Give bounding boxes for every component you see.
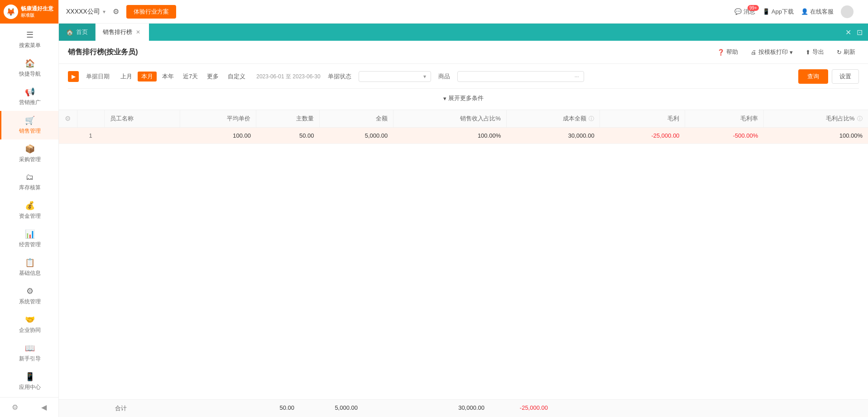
filter-toggle-icon: ▶	[72, 73, 76, 80]
status-filter-label: 单据状态	[328, 72, 351, 81]
sidebar-item-marketing[interactable]: 📢 营销推广	[0, 82, 58, 111]
goods-filter-input[interactable]: ···	[457, 71, 584, 82]
column-settings-icon[interactable]: ⚙	[65, 115, 71, 122]
online-service-icon: 👤	[801, 8, 808, 15]
print-button[interactable]: 🖨 按模板打印 ▾	[747, 46, 796, 58]
date-tab-more[interactable]: 更多	[203, 72, 222, 81]
date-tab-last-month[interactable]: 上月	[117, 72, 136, 81]
sidebar-collapse-button[interactable]: ◀	[39, 401, 48, 413]
sidebar-item-operations-label: 经营管理	[19, 241, 41, 249]
expand-conditions-button[interactable]: ▾ 展开更多条件	[436, 92, 491, 104]
date-tab-custom[interactable]: 自定义	[224, 72, 249, 81]
col-gross-rate-header: 毛利率	[685, 110, 764, 128]
home-tab-label: 首页	[76, 28, 88, 36]
message-icon: 💬	[734, 8, 742, 15]
date-tab-last-7-days[interactable]: 近7天	[179, 72, 201, 81]
tab-home[interactable]: 🏠 首页	[59, 24, 96, 41]
col-amount-header: 全额	[320, 110, 393, 128]
tabbar: 🏠 首页 销售排行榜 ✕ ✕ ⊡	[59, 24, 868, 41]
col-avg-price-header: 平均单价	[180, 110, 256, 128]
sidebar-item-purchase[interactable]: 📦 采购管理	[0, 139, 58, 168]
sidebar-item-enterprise[interactable]: 🤝 企业协同	[0, 310, 58, 339]
sidebar-item-system[interactable]: ⚙ 系统管理	[0, 282, 58, 310]
row-cost-amount: 30,000.00	[506, 128, 599, 144]
filter-row-main: ▶ 单据日期 上月 本月 本年 近7天 更多 自定义 2023-06-01 至 …	[68, 69, 859, 84]
sidebar-item-quick-nav[interactable]: 🏠 快捷导航	[0, 54, 58, 82]
message-badge: 99+	[748, 5, 759, 11]
inventory-icon: 🗂	[26, 173, 34, 182]
app-center-icon: 📱	[25, 372, 35, 382]
refresh-button[interactable]: ↻ 刷新	[833, 46, 859, 58]
sidebar-item-basic-info-label: 基础信息	[19, 269, 41, 277]
company-selector[interactable]: XXXXX公司 ▾	[66, 8, 106, 16]
sidebar-item-app-center-label: 应用中心	[19, 383, 41, 391]
message-button[interactable]: 💬 消息 99+	[734, 8, 755, 16]
app-download-label: App下载	[772, 8, 794, 16]
sidebar-item-basic-info[interactable]: 📋 基础信息	[0, 253, 58, 282]
search-menu-icon: ☰	[26, 30, 34, 40]
company-name: XXXXX公司	[66, 8, 100, 16]
online-service-button[interactable]: 👤 在线客服	[801, 8, 834, 16]
purchase-icon: 📦	[25, 144, 35, 154]
sidebar-settings-button[interactable]: ⚙	[10, 401, 20, 413]
footer-label: 合计	[110, 404, 200, 412]
row-gross-profit: -25,000.00	[600, 128, 685, 144]
footer-empty-2	[82, 404, 110, 412]
sidebar-item-operations[interactable]: 📊 经营管理	[0, 225, 58, 253]
avatar[interactable]	[841, 5, 854, 18]
row-empty-cell	[59, 128, 77, 144]
enterprise-icon: 🤝	[25, 315, 35, 325]
settings-button[interactable]: 设置	[832, 69, 859, 84]
sidebar-item-search-label: 搜索菜单	[19, 42, 41, 49]
topbar-settings-icon[interactable]: ⚙	[111, 5, 121, 18]
sidebar-item-inventory-label: 库存核算	[19, 184, 41, 192]
expand-label: 展开更多条件	[448, 94, 484, 102]
data-table: ⚙ 员工名称 平均单价 主数量 全额 销售收入占比% 成本全额 ⓘ	[59, 110, 868, 144]
table-body: 1 100.00 50.00 5,000.00 100.00% 30,000.0…	[59, 128, 868, 144]
table-footer: 合计 50.00 5,000.00 30,000.00 -25,000.00	[59, 399, 868, 417]
row-sales-pct: 100.00%	[393, 128, 506, 144]
footer-avg-price	[200, 404, 245, 412]
query-button[interactable]: 查询	[798, 69, 828, 84]
tab-maximize-button[interactable]: ⊡	[855, 26, 864, 38]
logo-icon: 🦊	[4, 5, 18, 19]
sidebar-item-inventory[interactable]: 🗂 库存核算	[0, 168, 58, 196]
export-label: 导出	[812, 48, 824, 56]
expand-icon: ▾	[443, 95, 446, 102]
sidebar-item-sales-label: 销售管理	[19, 127, 41, 135]
footer-amount: 5,000.00	[300, 404, 363, 412]
sidebar-item-system-label: 系统管理	[19, 298, 41, 306]
sidebar-item-finance[interactable]: 💰 资金管理	[0, 196, 58, 225]
tab-close-window-button[interactable]: ✕	[844, 26, 853, 38]
app-download-button[interactable]: 📱 App下载	[762, 8, 794, 16]
date-tab-this-month[interactable]: 本月	[138, 72, 157, 81]
help-label: 帮助	[726, 48, 738, 56]
cost-amount-info-icon[interactable]: ⓘ	[589, 115, 594, 122]
sidebar-item-sales[interactable]: 🛒 销售管理	[0, 111, 58, 139]
tab-sales-rank[interactable]: 销售排行榜 ✕	[96, 24, 149, 41]
refresh-icon: ↻	[837, 49, 842, 56]
system-icon: ⚙	[26, 286, 34, 296]
footer-main-qty: 50.00	[245, 404, 300, 412]
sidebar-item-search[interactable]: ☰ 搜索菜单	[0, 25, 58, 54]
date-tabs: 上月 本月 本年 近7天 更多 自定义	[117, 72, 249, 81]
col-gross-pct-header: 毛利占比% ⓘ	[763, 110, 868, 128]
status-filter-chevron-icon: ▾	[423, 73, 426, 80]
date-tab-this-year[interactable]: 本年	[158, 72, 177, 81]
sales-rank-tab-label: 销售排行榜	[103, 28, 132, 36]
tab-close-icon[interactable]: ✕	[135, 29, 141, 36]
export-button[interactable]: ⬆ 导出	[802, 46, 828, 58]
sidebar-item-guide[interactable]: 📖 新手引导	[0, 339, 58, 367]
marketing-icon: 📢	[25, 87, 35, 97]
sidebar-bottom: ⚙ ◀	[0, 397, 58, 417]
gross-pct-info-icon[interactable]: ⓘ	[857, 115, 863, 122]
help-button[interactable]: ❓ 帮助	[714, 46, 742, 58]
company-chevron-icon: ▾	[103, 9, 106, 15]
goods-filter-label: 商品	[438, 72, 450, 81]
filter-toggle-button[interactable]: ▶	[68, 71, 79, 82]
trial-button[interactable]: 体验行业方案	[126, 5, 176, 19]
sidebar-item-app-center[interactable]: 📱 应用中心	[0, 367, 58, 396]
col-rank-header	[77, 110, 104, 128]
row-gross-pct: 100.00%	[763, 128, 868, 144]
status-filter-select[interactable]: ▾	[359, 71, 431, 82]
